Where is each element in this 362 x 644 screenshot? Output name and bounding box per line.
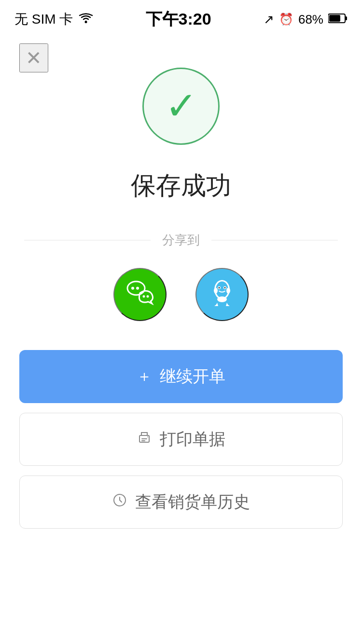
history-label: 查看销货单历史 [135,491,250,513]
battery-icon [328,12,348,27]
status-bar: 无 SIM 卡 下午3:20 ↗ ⏰ 68% [0,0,362,39]
svg-point-5 [131,287,134,290]
share-label: 分享到 [151,232,211,249]
status-time: 下午3:20 [146,8,211,30]
status-right: ↗ ⏰ 68% [264,12,348,27]
continue-button[interactable]: ＋ 继续开单 [19,350,343,403]
svg-point-14 [224,287,226,288]
qq-share-button[interactable] [195,268,249,321]
status-left: 无 SIM 卡 [14,10,93,28]
svg-rect-21 [141,440,145,441]
alarm-icon: ⏰ [279,13,293,26]
history-button[interactable]: 查看销货单历史 [19,476,343,529]
svg-rect-2 [345,16,347,20]
main-content: ✓ 保存成功 分享到 [0,39,362,529]
success-circle: ✓ [142,68,220,145]
svg-point-8 [147,295,149,297]
svg-point-0 [85,21,87,23]
share-icons-container [113,268,249,321]
no-sim-text: 无 SIM 卡 [14,10,73,28]
history-icon [112,492,127,512]
share-divider: 分享到 [0,232,362,249]
close-icon: ✕ [26,48,42,68]
svg-point-10 [216,281,228,298]
location-icon: ↗ [264,12,274,27]
print-button[interactable]: 打印单据 [19,413,343,466]
svg-rect-22 [147,436,148,437]
svg-rect-16 [218,297,226,300]
checkmark-icon: ✓ [165,87,197,126]
wechat-icon [125,279,154,311]
svg-point-7 [143,295,145,297]
share-section: 分享到 [0,232,362,321]
actions-container: ＋ 继续开单 打印单据 查看销货单历史 [0,350,362,529]
print-icon [137,430,152,449]
battery-text: 68% [298,12,323,27]
wechat-share-button[interactable] [113,268,167,321]
divider-line-right [211,240,338,240]
svg-point-17 [214,288,218,294]
svg-point-18 [226,288,230,294]
plus-icon: ＋ [137,366,152,387]
continue-label: 继续开单 [160,365,225,388]
success-title: 保存成功 [131,169,231,203]
print-label: 打印单据 [160,428,225,450]
wifi-icon [79,12,93,27]
svg-rect-3 [329,15,340,22]
svg-rect-20 [141,438,147,439]
qq-icon [208,276,237,313]
svg-point-6 [136,287,139,290]
svg-point-13 [219,287,220,288]
divider-line-left [24,240,151,240]
close-button[interactable]: ✕ [19,43,48,72]
